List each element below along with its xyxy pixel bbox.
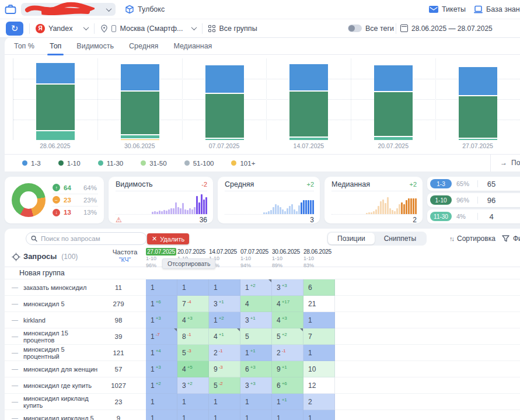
sparkline-bar [166, 211, 167, 214]
stacked-bar[interactable] [459, 67, 497, 140]
position-value: 1 [245, 284, 249, 292]
legend-item-11-30[interactable]: 11-30 [98, 160, 124, 167]
stacked-bar[interactable] [121, 64, 159, 140]
position-cell: 3+1 [209, 296, 240, 312]
date-column-header[interactable]: 30.06.20251-1089% [272, 249, 303, 269]
position-cell: 1 [209, 279, 240, 296]
row-drag-handle[interactable]: — [12, 300, 18, 307]
row-drag-handle[interactable]: — [12, 284, 18, 290]
position-delta: +2 [219, 316, 224, 321]
keyword-frequency: 121 [98, 345, 139, 361]
keyword-label[interactable]: миноксидил 5 [23, 296, 99, 312]
filter-button[interactable]: Фильтр [502, 232, 520, 246]
position-value: 9 [277, 365, 281, 373]
keyword-label[interactable]: миноксидил для женщин [23, 361, 99, 377]
sort-button[interactable]: ↑↓ Сортировка [449, 232, 495, 246]
position-delta: +1 [282, 397, 287, 402]
chart-date-label: 27.07.2025 [435, 142, 520, 149]
legend-item-51-100[interactable]: 51-100 [184, 160, 214, 167]
tab-5[interactable]: Медианная [173, 37, 212, 55]
position-value: 1 [151, 300, 155, 308]
project-selector[interactable] [21, 3, 116, 16]
stacked-bar[interactable] [205, 65, 244, 140]
position-cells: 1+67-43+144+1721 [146, 296, 335, 312]
row-drag-handle[interactable]: — [12, 414, 18, 420]
refresh-button[interactable]: ↻ [6, 22, 23, 36]
tags-toggle[interactable]: Все теги [348, 24, 394, 33]
order-link[interactable]: → Порядок [490, 154, 520, 172]
search-input[interactable] [41, 235, 142, 242]
date-column-header[interactable]: 07.07.20251-1094% [240, 249, 272, 269]
legend-label: 101+ [240, 160, 255, 167]
date-column-header[interactable]: 28.06.20251-1083% [303, 249, 335, 269]
legend-item-1-3[interactable]: 1-3 [22, 160, 41, 167]
yandex-icon: Я [36, 24, 45, 33]
delete-button[interactable]: ✕ Удалить [147, 233, 189, 244]
sparkline-bar [194, 207, 196, 214]
snippets-tab[interactable]: Сниппеты [375, 233, 425, 244]
position-delta: +3 [250, 381, 256, 386]
position-cell: 1 [240, 394, 272, 410]
groups-selector[interactable]: Все группы [208, 24, 257, 33]
keyword-label[interactable]: миноксидил 5 процентный [23, 345, 99, 361]
queries-header[interactable]: Запросы(100) [23, 252, 78, 261]
row-drag-handle[interactable]: — [12, 382, 18, 388]
frequency-header[interactable]: Частота "КЧ" [107, 249, 142, 263]
row-drag-handle[interactable]: — [12, 316, 18, 323]
sparkline-chart [225, 194, 314, 215]
top-summary-row-1-3[interactable]: 1-365%65+19 [427, 177, 520, 191]
toolbox-button[interactable]: Тулбокс [125, 5, 165, 14]
stacked-bar[interactable] [374, 65, 413, 140]
position-cell: 1 [209, 394, 240, 410]
stacked-bar[interactable] [36, 63, 75, 140]
top-summary-row-1-10[interactable]: 1-1096%96+13 [427, 193, 520, 207]
legend-item-1-10[interactable]: 1-10 [58, 160, 81, 167]
knowledge-base-button[interactable]: База знаний [474, 5, 520, 13]
tab-3[interactable]: Видимость [76, 37, 114, 55]
column-range: 1-10 [272, 256, 303, 262]
keyword-label[interactable]: заказать миноксидил [23, 279, 99, 296]
positions-tab[interactable]: Позиции [328, 233, 375, 244]
bar-segment-1-3 [36, 63, 75, 84]
sparkline-bar [385, 203, 386, 214]
region-label: Москва (Смартф... [120, 24, 183, 33]
top-summary-row-11-30[interactable]: 11-304%4-13 [427, 209, 520, 223]
move-crosshair-icon[interactable] [12, 253, 20, 261]
keyword-label[interactable]: миноксидил киркланд 5 [23, 410, 99, 420]
row-drag-handle[interactable]: — [12, 398, 18, 405]
position-delta: +2 [156, 381, 161, 386]
calendar-icon [400, 24, 408, 32]
legend-item-31-50[interactable]: 31-50 [141, 160, 166, 167]
briefcase-icon[interactable] [5, 4, 16, 15]
tab-4[interactable]: Средняя [129, 37, 158, 55]
queries-label: Запросы [23, 252, 57, 261]
card-delta: +2 [409, 181, 417, 188]
keyword-label[interactable]: kirkland [23, 312, 99, 328]
keyword-label[interactable]: миноксидил киркланд купить [23, 394, 99, 410]
group-header[interactable]: Новая группа [5, 267, 520, 279]
stacked-bar[interactable] [289, 64, 328, 140]
row-drag-handle[interactable]: — [12, 365, 18, 372]
keyword-label[interactable]: миноксидил где купить [23, 377, 99, 394]
row-drag-handle[interactable]: — [12, 332, 18, 340]
region-selector[interactable]: Москва (Смартф... [100, 24, 196, 33]
sparkline-bar [378, 206, 379, 214]
tab-1[interactable]: Топ % [14, 37, 34, 55]
card-footer: 3 [225, 215, 314, 225]
tickets-button[interactable]: Тикеты [429, 5, 466, 13]
tab-2[interactable]: Топ [50, 37, 61, 55]
position-delta: +1 [250, 348, 256, 354]
donut-chart [12, 183, 46, 217]
legend-item-101+[interactable]: 101+ [231, 160, 255, 167]
position-value: 1 [182, 284, 186, 292]
position-value: 1 [151, 398, 155, 406]
row-drag-handle[interactable]: — [12, 349, 18, 356]
position-cells: 111111 [146, 410, 335, 420]
warning-icon: ⚠ [116, 216, 122, 224]
position-value: 1 [308, 349, 312, 357]
chart-legend: 1-31-1011-3031-5051-100101+ [5, 154, 520, 172]
search-engine-selector[interactable]: Я Yandex [36, 24, 88, 33]
keyword-label[interactable]: миноксидил 15 процентов [23, 328, 99, 345]
position-value: 3 [245, 382, 249, 390]
date-range-picker[interactable]: 28.06.2025 — 28.07.2025 [400, 24, 493, 33]
